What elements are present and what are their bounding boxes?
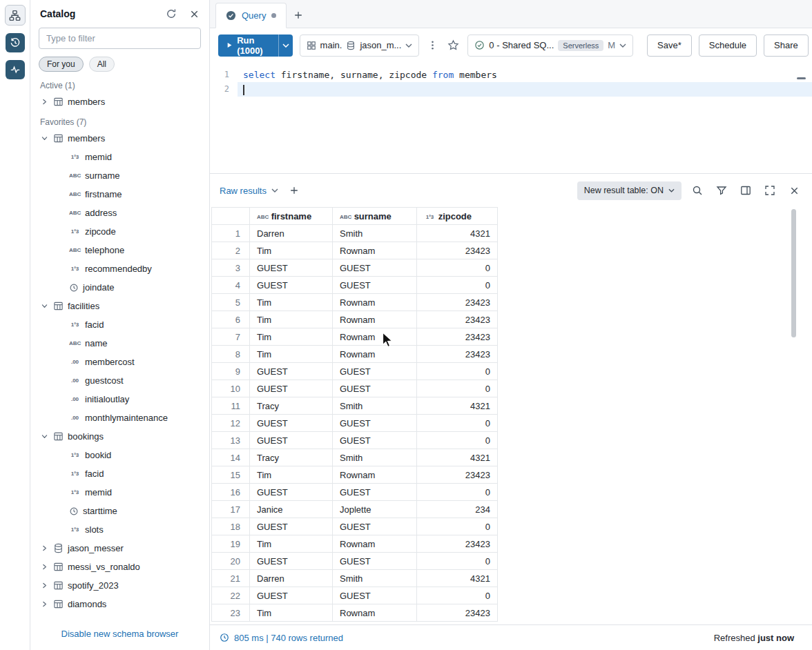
row-number-cell[interactable]: 23	[212, 604, 250, 622]
tree-item-facid[interactable]: 1²3facid	[30, 315, 209, 334]
tree-item-jason_messer[interactable]: jason_messer	[30, 539, 209, 558]
refresh-button[interactable]	[164, 7, 178, 21]
tree-item-guestcost[interactable]: .00guestcost	[30, 371, 209, 390]
cell-zipcode[interactable]: 4321	[417, 397, 498, 415]
cell-firstname[interactable]: GUEST	[250, 363, 333, 380]
row-number-cell[interactable]: 20	[212, 553, 250, 570]
cell-surname[interactable]: GUEST	[333, 432, 417, 449]
schedule-button[interactable]: Schedule	[699, 35, 757, 57]
cell-zipcode[interactable]: 234	[417, 501, 498, 518]
tree-item-facid[interactable]: 1²3facid	[30, 464, 209, 483]
cell-surname[interactable]: GUEST	[333, 484, 417, 501]
run-options-button[interactable]	[278, 35, 292, 57]
cell-zipcode[interactable]: 0	[417, 363, 498, 380]
cell-zipcode[interactable]: 4321	[417, 449, 498, 466]
tree-item-recommendedby[interactable]: 1²3recommendedby	[30, 259, 209, 278]
cell-surname[interactable]: Rownam	[333, 294, 417, 311]
cell-firstname[interactable]: GUEST	[250, 587, 333, 604]
tree-item-name[interactable]: ABCname	[30, 334, 209, 353]
filter-results-button[interactable]	[713, 182, 730, 199]
new-tab-button[interactable]	[287, 2, 310, 28]
cell-zipcode[interactable]: 0	[417, 380, 498, 397]
row-number-cell[interactable]: 17	[212, 501, 250, 518]
row-number-cell[interactable]: 21	[212, 570, 250, 587]
schema-browser-rail-button[interactable]	[5, 5, 26, 26]
row-number-cell[interactable]: 1	[212, 225, 250, 242]
row-number-cell[interactable]: 10	[212, 380, 250, 397]
chevron-right-icon[interactable]	[40, 581, 49, 590]
row-number-cell[interactable]: 2	[212, 242, 250, 259]
tree-item-firstname[interactable]: ABCfirstname	[30, 185, 209, 204]
tree-item-facilities[interactable]: facilities	[30, 297, 209, 315]
chevron-right-icon[interactable]	[40, 97, 49, 106]
tree-item-initialoutlay[interactable]: .00initialoutlay	[30, 390, 209, 408]
cell-surname[interactable]: Rownam	[333, 466, 417, 484]
activity-rail-button[interactable]	[6, 60, 25, 79]
save-button[interactable]: Save*	[647, 35, 692, 57]
cell-zipcode[interactable]: 0	[417, 587, 498, 604]
cell-zipcode[interactable]: 0	[417, 553, 498, 570]
row-number-cell[interactable]: 15	[212, 466, 250, 484]
cell-zipcode[interactable]: 23423	[417, 328, 498, 346]
cell-surname[interactable]: GUEST	[333, 518, 417, 535]
cell-surname[interactable]: Smith	[333, 397, 417, 415]
column-header-firstname[interactable]: ABC firstname	[250, 208, 333, 225]
side-panel-button[interactable]	[737, 182, 754, 199]
cell-zipcode[interactable]: 0	[417, 259, 498, 277]
tree-item-spotify_2023[interactable]: spotify_2023	[30, 576, 209, 595]
row-number-cell[interactable]: 19	[212, 535, 250, 553]
cell-zipcode[interactable]: 23423	[417, 242, 498, 259]
cell-zipcode[interactable]: 23423	[417, 604, 498, 622]
cell-firstname[interactable]: GUEST	[250, 415, 333, 432]
more-options-button[interactable]	[426, 39, 439, 52]
tree-item-zipcode[interactable]: 1²3zipcode	[30, 222, 209, 241]
cell-firstname[interactable]: GUEST	[250, 380, 333, 397]
cell-zipcode[interactable]: 0	[417, 484, 498, 501]
cell-zipcode[interactable]: 4321	[417, 570, 498, 587]
column-header-zipcode[interactable]: 1²3 zipcode	[417, 208, 498, 225]
cell-firstname[interactable]: Tim	[250, 294, 333, 311]
row-number-cell[interactable]: 3	[212, 259, 250, 277]
filter-input[interactable]	[39, 28, 201, 49]
row-number-cell[interactable]: 12	[212, 415, 250, 432]
column-header-surname[interactable]: ABC surname	[333, 208, 417, 225]
tree-item-address[interactable]: ABCaddress	[30, 204, 209, 222]
chevron-down-icon[interactable]	[40, 432, 49, 441]
cell-surname[interactable]: GUEST	[333, 259, 417, 277]
tree-item-members[interactable]: members	[30, 129, 209, 148]
cell-zipcode[interactable]: 0	[417, 432, 498, 449]
sql-editor[interactable]: 1 select firstname, surname, zipcode fro…	[210, 62, 812, 174]
cell-surname[interactable]: GUEST	[333, 277, 417, 294]
cell-zipcode[interactable]: 0	[417, 518, 498, 535]
run-button[interactable]: Run (1000)	[218, 35, 278, 57]
cell-firstname[interactable]: Tracy	[250, 397, 333, 415]
row-number-cell[interactable]: 7	[212, 328, 250, 346]
cell-firstname[interactable]: Tim	[250, 328, 333, 346]
pill-for-you[interactable]: For you	[39, 57, 84, 72]
cell-firstname[interactable]: Darren	[250, 570, 333, 587]
tree-item-diamonds[interactable]: diamonds	[30, 595, 209, 613]
fullscreen-button[interactable]	[762, 182, 778, 199]
tree-item-membercost[interactable]: .00membercost	[30, 353, 209, 371]
row-number-cell[interactable]: 9	[212, 363, 250, 380]
chevron-down-icon[interactable]	[40, 302, 49, 311]
row-number-cell[interactable]: 22	[212, 587, 250, 604]
share-button[interactable]: Share	[764, 35, 809, 57]
tab-query[interactable]: Query	[215, 3, 287, 28]
close-results-button[interactable]	[786, 182, 802, 199]
tree-item-monthlymaintenance[interactable]: .00monthlymaintenance	[30, 408, 209, 427]
tree-item-slots[interactable]: 1²3slots	[30, 520, 209, 539]
cell-firstname[interactable]: GUEST	[250, 518, 333, 535]
cell-firstname[interactable]: GUEST	[250, 277, 333, 294]
cell-surname[interactable]: Rownam	[333, 535, 417, 553]
cell-surname[interactable]: GUEST	[333, 363, 417, 380]
cell-firstname[interactable]: GUEST	[250, 484, 333, 501]
close-sidebar-button[interactable]	[188, 8, 201, 21]
cell-firstname[interactable]: Tim	[250, 466, 333, 484]
favorite-star-button[interactable]	[446, 38, 461, 52]
row-number-cell[interactable]: 6	[212, 311, 250, 328]
cell-firstname[interactable]: GUEST	[250, 432, 333, 449]
cell-firstname[interactable]: Tim	[250, 242, 333, 259]
new-result-table-toggle[interactable]: New result table: ON	[577, 181, 682, 200]
cell-firstname[interactable]: Tim	[250, 346, 333, 363]
